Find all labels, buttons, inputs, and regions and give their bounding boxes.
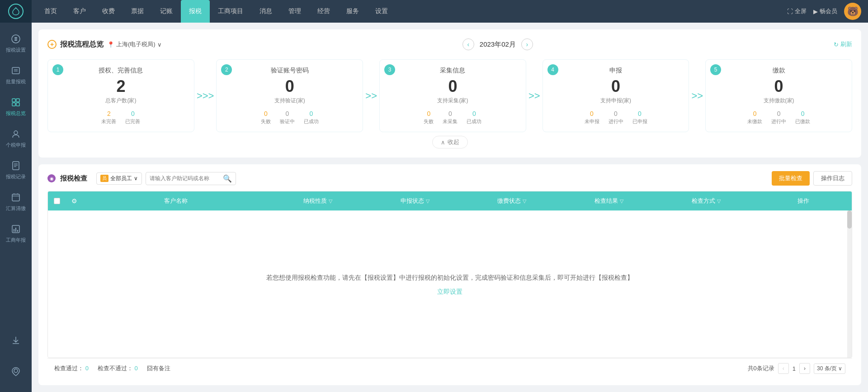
scroll-thumb[interactable] bbox=[847, 210, 852, 229]
sidebar-item-tax-record[interactable]: 报税记录 bbox=[0, 154, 32, 186]
prev-month-btn[interactable]: ‹ bbox=[462, 38, 474, 50]
step-5-stat-2-label: 已缴款 bbox=[795, 118, 810, 125]
step-3-count: 0 bbox=[389, 78, 517, 95]
user-avatar[interactable]: 🐻 bbox=[844, 3, 861, 20]
nav-business[interactable]: 工商项目 bbox=[210, 0, 251, 23]
sidebar-item-annual-report[interactable]: 工商年报 bbox=[0, 217, 32, 249]
step-3-stat-1[interactable]: 0 未采集 bbox=[443, 110, 458, 125]
svg-rect-4 bbox=[12, 67, 19, 74]
nav-tax[interactable]: 报税 bbox=[181, 0, 210, 23]
collapse-btn[interactable]: ∧ 收起 bbox=[432, 136, 468, 148]
step-1: 1 授权、完善信息 2 总客户数(家) 2 未完善 0 已完善 bbox=[47, 59, 194, 132]
search-icon[interactable]: 🔍 bbox=[223, 174, 232, 183]
step-2-stat-1-label: 验证中 bbox=[280, 118, 295, 125]
location-tag[interactable]: 📍 上海(电子税局) ∨ bbox=[107, 40, 162, 48]
nav-operation[interactable]: 经营 bbox=[309, 0, 338, 23]
nav-settings[interactable]: 设置 bbox=[367, 0, 396, 23]
step-2-stat-1[interactable]: 0 验证中 bbox=[280, 110, 295, 125]
sidebar-item-tax-overview[interactable]: 报税总览 bbox=[0, 91, 32, 122]
step-4-stat-0-num: 0 bbox=[590, 110, 594, 117]
step-5-stat-0-label: 未缴款 bbox=[747, 118, 762, 125]
svg-rect-1 bbox=[14, 37, 17, 38]
step-2-stat-2[interactable]: 0 已成功 bbox=[304, 110, 319, 125]
step-1-stat-0[interactable]: 2 未完善 bbox=[101, 110, 116, 125]
th-fee-status-filter[interactable]: ▽ bbox=[523, 198, 526, 204]
step-3-stat-2-label: 已成功 bbox=[467, 118, 481, 125]
sidebar-label-personal-tax: 个税申报 bbox=[6, 142, 26, 148]
sidebar-item-download[interactable] bbox=[0, 324, 32, 356]
step-2-stat-0[interactable]: 0 失败 bbox=[261, 110, 271, 125]
step-4-num: 4 bbox=[547, 64, 558, 75]
employee-filter-label: 全部员工 bbox=[110, 175, 132, 182]
nav-accounting[interactable]: 记账 bbox=[152, 0, 181, 23]
next-month-btn[interactable]: › bbox=[521, 38, 533, 50]
svg-rect-8 bbox=[16, 99, 19, 102]
nav-fee[interactable]: 收费 bbox=[94, 0, 123, 23]
step-4-stat-1[interactable]: 0 进行中 bbox=[609, 110, 623, 125]
tax-overview-icon bbox=[10, 96, 22, 108]
step-5-stat-0[interactable]: 0 未缴款 bbox=[747, 110, 762, 125]
step-5-stat-2[interactable]: 0 已缴款 bbox=[795, 110, 810, 125]
next-page-btn[interactable]: › bbox=[799, 363, 810, 374]
step-1-stat-1[interactable]: 0 已完善 bbox=[125, 110, 140, 125]
location-chevron: ∨ bbox=[157, 41, 162, 48]
table-head-settings[interactable]: ⚙ bbox=[66, 197, 82, 205]
step-2-stat-1-num: 0 bbox=[285, 110, 289, 117]
th-tax-nature-filter[interactable]: ▽ bbox=[329, 198, 332, 204]
sidebar-label-batch-tax: 批量报税 bbox=[6, 78, 26, 85]
logo[interactable] bbox=[0, 0, 32, 23]
setup-link[interactable]: 立即设置 bbox=[437, 288, 462, 296]
step-2-stat-0-label: 失败 bbox=[261, 118, 271, 125]
th-check-result-filter[interactable]: ▽ bbox=[620, 198, 623, 204]
step-1-stat-0-label: 未完善 bbox=[101, 118, 116, 125]
nav-message[interactable]: 消息 bbox=[251, 0, 280, 23]
per-page-selector[interactable]: 30 条/页 ∨ bbox=[814, 363, 845, 374]
sidebar-item-batch-tax[interactable]: 批量报税 bbox=[0, 59, 32, 91]
sidebar-item-settlement[interactable]: 汇算清缴 bbox=[0, 186, 32, 217]
nav-home[interactable]: 首页 bbox=[36, 0, 65, 23]
tax-record-icon bbox=[10, 160, 22, 172]
nav-service[interactable]: 服务 bbox=[338, 0, 367, 23]
nav-customer[interactable]: 客户 bbox=[65, 0, 94, 23]
nav-manage[interactable]: 管理 bbox=[280, 0, 309, 23]
member-btn[interactable]: ▶ 畅会员 bbox=[813, 7, 837, 15]
step-3-stat-2[interactable]: 0 已成功 bbox=[467, 110, 481, 125]
step-5-stat-2-num: 0 bbox=[801, 110, 805, 117]
customer-search-input[interactable] bbox=[150, 175, 220, 182]
operation-log-btn[interactable]: 操作日志 bbox=[813, 171, 852, 186]
th-tax-nature: 纳税性质 ▽ bbox=[269, 191, 367, 210]
step-4-stat-0-label: 未申报 bbox=[585, 118, 599, 125]
step-4-stat-2[interactable]: 0 已申报 bbox=[632, 110, 647, 125]
sidebar-item-tax-settings[interactable]: 报税设置 bbox=[0, 27, 32, 59]
main-layout: 报税设置 批量报税 报税总览 个税申报 报税记录 bbox=[0, 23, 868, 392]
fail-count-link[interactable]: 0 bbox=[134, 365, 137, 372]
step-2-count: 0 bbox=[226, 78, 354, 95]
customer-search-box[interactable]: 🔍 bbox=[146, 172, 236, 185]
pass-count-link[interactable]: 0 bbox=[85, 365, 89, 372]
footer-left: 检查通过： 0 检查不通过： 0 囧有备注 bbox=[54, 364, 170, 373]
sidebar-label-tax-settings: 报税设置 bbox=[6, 47, 26, 53]
location-text: 上海(电子税局) bbox=[116, 40, 156, 48]
step-5-stat-1[interactable]: 0 进行中 bbox=[771, 110, 786, 125]
svg-rect-7 bbox=[12, 99, 15, 102]
content: + 报税流程总览 📍 上海(电子税局) ∨ ‹ 2023年02月 › ↻ 刷新 bbox=[32, 23, 868, 392]
prev-page-btn[interactable]: ‹ bbox=[778, 363, 789, 374]
step-3: 3 采集信息 0 支持采集(家) 0 失败 0 未采集 bbox=[379, 59, 526, 132]
refresh-btn[interactable]: ↻ 刷新 bbox=[834, 40, 852, 48]
step-3-stat-0[interactable]: 0 失败 bbox=[424, 110, 434, 125]
refresh-icon: ↻ bbox=[834, 41, 839, 48]
sidebar-item-location[interactable] bbox=[0, 356, 32, 387]
batch-check-btn[interactable]: 批量检查 bbox=[772, 171, 810, 186]
table-head-checkbox[interactable] bbox=[48, 192, 66, 210]
th-check-method-filter[interactable]: ▽ bbox=[717, 198, 721, 204]
th-declare-status-filter[interactable]: ▽ bbox=[426, 198, 429, 204]
sidebar-item-personal-tax[interactable]: 个税申报 bbox=[0, 122, 32, 154]
fullscreen-btn[interactable]: ⛶ 全屏 bbox=[787, 7, 807, 15]
overview-header: + 报税流程总览 📍 上海(电子税局) ∨ ‹ 2023年02月 › ↻ 刷新 bbox=[47, 38, 852, 50]
scrollbar[interactable] bbox=[847, 210, 852, 358]
step-arrow-4: >> bbox=[689, 59, 705, 132]
employee-filter[interactable]: 员 全部员工 ∨ bbox=[96, 172, 142, 185]
nav-invoice[interactable]: 票据 bbox=[123, 0, 152, 23]
header-checkbox[interactable] bbox=[54, 198, 60, 204]
step-4-stat-0[interactable]: 0 未申报 bbox=[585, 110, 599, 125]
